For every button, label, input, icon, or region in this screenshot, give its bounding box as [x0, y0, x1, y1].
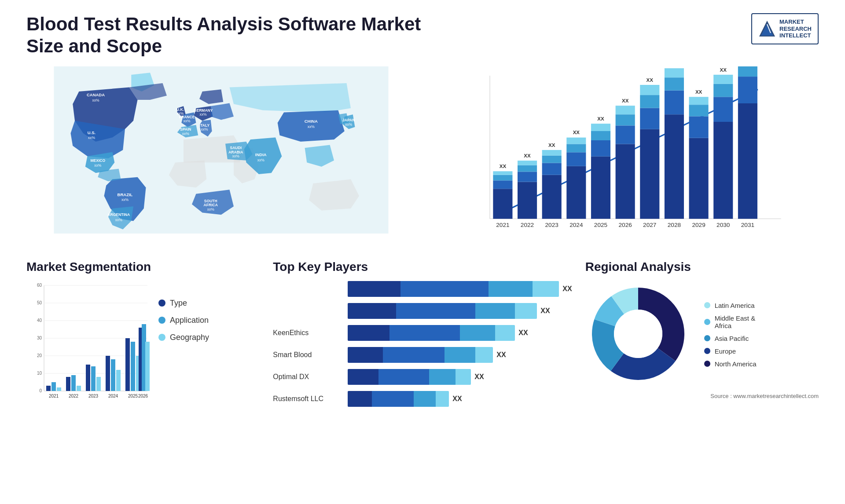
- svg-text:AFRICA: AFRICA: [204, 203, 218, 207]
- map-section: CANADA xx% U.S. xx% MEXICO xx% BRAZIL xx…: [26, 66, 416, 251]
- svg-rect-122: [57, 387, 61, 391]
- svg-text:2021: 2021: [49, 394, 59, 398]
- legend-geography: Geography: [158, 333, 209, 342]
- svg-text:xx%: xx%: [88, 135, 96, 140]
- type-dot: [158, 299, 165, 307]
- seg-chart: 0 10 20 30 40 50 60: [26, 281, 150, 404]
- world-map-container: CANADA xx% U.S. xx% MEXICO xx% BRAZIL xx…: [26, 66, 416, 234]
- svg-text:xx%: xx%: [200, 112, 207, 117]
- svg-rect-57: [566, 137, 586, 144]
- svg-rect-60: [591, 140, 610, 157]
- svg-rect-82: [689, 97, 709, 105]
- players-container: XX XX: [273, 281, 572, 407]
- svg-text:XX: XX: [524, 153, 531, 158]
- svg-rect-75: [665, 90, 684, 114]
- svg-rect-137: [145, 342, 150, 391]
- svg-text:2031: 2031: [741, 222, 754, 228]
- svg-text:xx%: xx%: [94, 163, 102, 168]
- svg-text:2024: 2024: [108, 394, 118, 398]
- svg-rect-86: [713, 84, 733, 97]
- svg-text:60: 60: [37, 283, 42, 288]
- player-bar-optimal: [348, 369, 471, 385]
- svg-text:SOUTH: SOUTH: [204, 199, 217, 203]
- regional-section: Regional Analysis: [585, 260, 819, 413]
- segmentation-svg: 0 10 20 30 40 50 60: [26, 281, 150, 413]
- svg-rect-125: [77, 386, 81, 391]
- players-title: Top Key Players: [273, 260, 572, 274]
- player-bar-smart: [348, 347, 493, 363]
- svg-rect-44: [518, 182, 537, 219]
- svg-text:2022: 2022: [69, 394, 79, 398]
- svg-rect-121: [51, 382, 56, 391]
- svg-rect-47: [518, 161, 537, 165]
- svg-rect-41: [493, 175, 512, 181]
- player-bar-2: [348, 303, 537, 319]
- svg-text:GERMANY: GERMANY: [194, 108, 213, 112]
- svg-rect-72: [640, 85, 659, 95]
- player-bar-keen: [348, 325, 515, 341]
- legend-latin: Latin America: [704, 302, 757, 309]
- svg-text:xx%: xx%: [115, 217, 123, 222]
- svg-text:XX: XX: [500, 164, 507, 169]
- svg-rect-74: [665, 114, 684, 219]
- svg-text:JAPAN: JAPAN: [342, 118, 355, 122]
- svg-text:INDIA: INDIA: [255, 152, 267, 157]
- svg-rect-70: [640, 108, 659, 129]
- legend-mea: Middle East &Africa: [704, 314, 757, 329]
- svg-rect-124: [71, 375, 76, 391]
- svg-rect-85: [713, 97, 733, 122]
- svg-text:XX: XX: [548, 142, 555, 147]
- svg-rect-56: [566, 144, 586, 152]
- app-dot: [158, 317, 165, 324]
- svg-rect-79: [689, 138, 709, 219]
- regional-container: Latin America Middle East &Africa Asia P…: [585, 281, 819, 388]
- svg-text:U.K.: U.K.: [176, 107, 184, 111]
- geo-dot: [158, 334, 165, 341]
- svg-text:2030: 2030: [716, 222, 730, 228]
- svg-rect-90: [738, 77, 757, 103]
- svg-rect-87: [713, 75, 733, 84]
- legend-na: North America: [704, 360, 757, 368]
- svg-rect-45: [518, 172, 537, 182]
- svg-text:2023: 2023: [545, 222, 558, 228]
- svg-text:xx%: xx%: [182, 131, 190, 136]
- logo-area: MARKET RESEARCH INTELLECT: [751, 13, 819, 44]
- svg-rect-65: [616, 125, 635, 144]
- player-row-keenethics: KeenEthics XX: [273, 325, 572, 341]
- segmentation-section: Market Segmentation 0 10 20 30 40 5: [26, 260, 260, 413]
- svg-text:2028: 2028: [668, 222, 681, 228]
- svg-text:xx%: xx%: [201, 127, 208, 131]
- svg-rect-131: [116, 370, 121, 391]
- svg-text:2021: 2021: [496, 222, 509, 228]
- chart-section: XX XX XX XX: [429, 66, 819, 251]
- svg-rect-132: [125, 338, 130, 391]
- svg-text:U.S.: U.S.: [88, 130, 96, 135]
- players-section: Top Key Players XX: [273, 260, 572, 413]
- svg-rect-89: [738, 103, 757, 219]
- svg-rect-129: [106, 356, 110, 391]
- svg-rect-128: [96, 377, 101, 391]
- svg-rect-91: [738, 66, 757, 77]
- svg-rect-51: [542, 155, 562, 163]
- logo-box: MARKET RESEARCH INTELLECT: [751, 13, 819, 44]
- svg-text:ARABIA: ARABIA: [228, 150, 243, 154]
- svg-text:xx%: xx%: [184, 119, 191, 123]
- svg-rect-123: [66, 377, 70, 391]
- svg-text:XX: XX: [573, 130, 580, 135]
- svg-text:XX: XX: [647, 77, 654, 82]
- player-row-1: XX: [273, 281, 572, 297]
- player-bar-1: [348, 281, 559, 297]
- svg-text:XX: XX: [622, 98, 629, 103]
- svg-text:30: 30: [37, 336, 42, 340]
- world-map-svg: CANADA xx% U.S. xx% MEXICO xx% BRAZIL xx…: [26, 66, 416, 234]
- svg-rect-71: [640, 95, 659, 108]
- svg-text:xx%: xx%: [308, 124, 315, 128]
- svg-rect-55: [566, 152, 586, 166]
- svg-rect-61: [591, 131, 610, 140]
- svg-text:SPAIN: SPAIN: [180, 127, 191, 131]
- svg-text:0: 0: [39, 388, 42, 393]
- seg-legend: Type Application Geography: [158, 281, 209, 342]
- svg-text:XX: XX: [597, 116, 604, 121]
- svg-rect-76: [665, 77, 684, 90]
- svg-rect-133: [131, 342, 135, 391]
